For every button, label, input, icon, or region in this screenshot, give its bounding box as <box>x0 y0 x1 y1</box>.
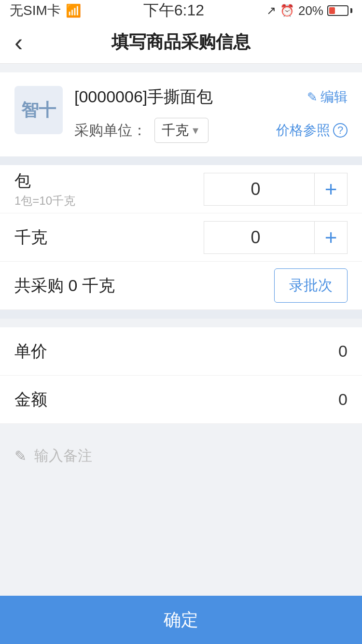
price-section: 单价 0 金额 0 <box>0 327 362 424</box>
pencil-icon: ✎ <box>14 448 27 464</box>
total-purchase-text: 共采购 0 千克 <box>14 275 115 297</box>
amount-value: 0 <box>338 390 348 409</box>
unit-dropdown[interactable]: 千克 ▾ <box>154 118 209 143</box>
location-icon: ↗ <box>266 4 276 17</box>
product-logo: 智十 <box>14 86 63 134</box>
amount-label: 金额 <box>14 389 47 411</box>
status-icons: ↗ ⏰ 20% <box>266 3 352 18</box>
bao-row: 包 1包=10千克 + <box>0 165 362 213</box>
unit-price-value: 0 <box>338 342 348 361</box>
confirm-button[interactable]: 确定 <box>0 596 362 644</box>
confirm-button-label: 确定 <box>164 608 198 632</box>
bao-plus-button[interactable]: + <box>315 173 348 206</box>
purchase-unit-row: 采购单位： 千克 ▾ 价格参照 ? <box>74 118 348 143</box>
price-reference-link[interactable]: 价格参照 ? <box>276 121 348 140</box>
bao-quantity-input[interactable] <box>204 173 315 206</box>
kg-controls: + <box>204 221 348 254</box>
amount-row: 金额 0 <box>0 376 362 424</box>
section-divider-2 <box>0 310 362 319</box>
kg-plus-button[interactable]: + <box>315 221 348 254</box>
bao-label: 包 1包=10千克 <box>14 170 75 209</box>
purchase-unit-label: 采购单位： <box>74 121 147 140</box>
help-icon: ? <box>333 123 348 138</box>
battery-icon <box>327 5 352 16</box>
product-card: 智十 [0000006]手撕面包 ✎ 编辑 采购单位： 千克 ▾ 价格参照 ? <box>0 72 362 156</box>
carrier-text: 无SIM卡 <box>10 1 61 20</box>
kg-main-label: 千克 <box>14 226 63 249</box>
nav-bar: ‹ 填写商品采购信息 <box>0 21 362 64</box>
alarm-icon: ⏰ <box>280 4 294 17</box>
unit-text: 千克 <box>162 121 189 140</box>
bao-controls: + <box>204 173 348 206</box>
time-display: 下午6:12 <box>143 0 204 21</box>
remark-section[interactable]: ✎ 输入备注 <box>0 433 362 479</box>
carrier-info: 无SIM卡 📶 <box>10 1 81 20</box>
dropdown-arrow: ▾ <box>193 124 198 137</box>
batch-record-button[interactable]: 录批次 <box>274 268 348 303</box>
back-button[interactable]: ‹ <box>10 23 28 62</box>
battery-percent: 20% <box>298 3 323 18</box>
summary-row: 共采购 0 千克 录批次 <box>0 262 362 310</box>
bao-sub-label: 1包=10千克 <box>14 193 75 209</box>
product-name-row: [0000006]手撕面包 ✎ 编辑 <box>74 86 348 108</box>
edit-icon: ✎ <box>307 90 318 105</box>
kg-quantity-input[interactable] <box>204 221 315 254</box>
unit-price-row: 单价 0 <box>0 327 362 376</box>
page-title: 填写商品采购信息 <box>111 30 251 54</box>
product-info: [0000006]手撕面包 ✎ 编辑 采购单位： 千克 ▾ 价格参照 ? <box>74 86 348 143</box>
kg-label: 千克 <box>14 226 63 249</box>
edit-button[interactable]: ✎ 编辑 <box>307 88 348 106</box>
unit-price-label: 单价 <box>14 340 47 363</box>
quantity-section: 包 1包=10千克 + 千克 + 共采购 0 千克 录批次 <box>0 165 362 310</box>
product-name: [0000006]手撕面包 <box>74 86 213 108</box>
section-divider-1 <box>0 156 362 165</box>
status-bar: 无SIM卡 📶 下午6:12 ↗ ⏰ 20% <box>0 0 362 21</box>
wifi-icon: 📶 <box>66 3 81 18</box>
kg-row: 千克 + <box>0 213 362 262</box>
remark-placeholder: 输入备注 <box>34 446 92 466</box>
bao-main-label: 包 <box>14 170 75 192</box>
